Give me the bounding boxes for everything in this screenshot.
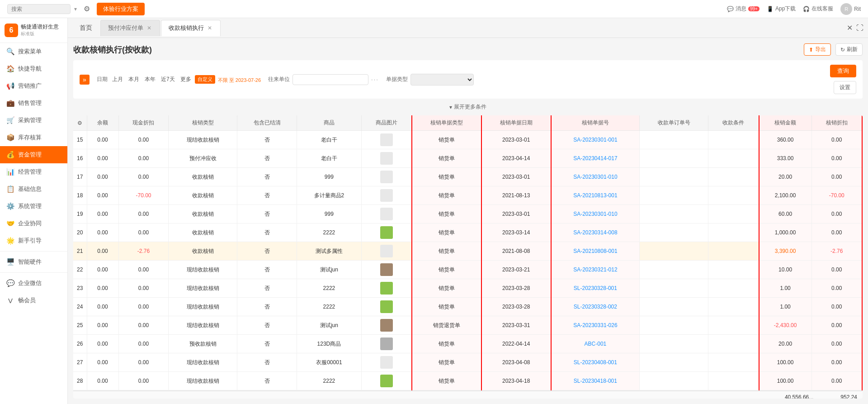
cell-cash-discount: 0.00 [118,298,169,316]
dropdown-chevron[interactable]: ▾ [74,6,77,12]
sidebar-item-system[interactable]: ⚙️系统管理 [0,198,67,215]
user-item[interactable]: R Rit [840,3,861,15]
cell-cash-discount: 0.00 [118,372,169,390]
filter-collapse-button[interactable]: » [80,75,90,85]
bill-no-link[interactable]: SA-20230301-010 [573,174,617,180]
expand-more-button[interactable]: ▾ 展开更多条件 [449,103,486,111]
cell-bill-date: 2021-08-08 [481,242,551,261]
cell-balance: 0.00 [87,298,118,316]
tab-receipt-close[interactable]: ✕ [207,25,213,31]
bill-no-link[interactable]: SL-20230418-001 [574,378,617,384]
cell-discount: 0.00 [811,223,862,242]
cell-condition [708,205,759,223]
cell-product-img [361,335,412,353]
tab-prepay-close[interactable]: ✕ [146,25,152,31]
bill-no-link[interactable]: SA-20230301-001 [573,137,617,143]
gear-icon[interactable]: ⚙ [80,3,93,15]
service-item[interactable]: 🎧 在线客服 [803,5,833,13]
tab-close-all-button[interactable]: ✕ [847,24,853,32]
date-btn-7days[interactable]: 近7天 [159,75,177,84]
sidebar-item-label-corp: 企业协同 [18,219,42,228]
sidebar-item-sales[interactable]: 💼销售管理 [0,95,67,112]
bill-no-link[interactable]: SA-20230301-010 [573,211,617,217]
tab-maximize-button[interactable]: ⛶ [856,24,863,32]
export-button[interactable]: ⬆ 导出 [804,43,831,56]
footer-discount-total: 952.24 [840,394,857,399]
cell-bill-no: SA-20230414-017 [551,149,640,168]
business-icon: 📊 [6,168,14,176]
cell-condition [708,316,759,335]
col-settings[interactable]: ⚙ [73,115,87,131]
bill-no-link[interactable]: SA-20230414-017 [573,155,617,162]
sidebar-item-marketing[interactable]: 📢营销推广 [0,77,67,95]
cell-bill-date: 2023-04-14 [481,149,551,168]
logo-sub: 标准版 [21,31,59,37]
date-btn-this-month[interactable]: 本月 [127,75,141,84]
sidebar-logo: 6 畅捷通谱好生意 标准版 [0,18,67,43]
table-row: 19 0.00 0.00 收款核销 否 999 销货单 2023-03-01 S… [73,205,862,223]
date-btn-this-year[interactable]: 本年 [143,75,157,84]
settings-button[interactable]: 设置 [834,81,856,94]
cell-condition [708,335,759,353]
solution-button[interactable]: 体验行业方案 [97,3,145,15]
bill-no-link[interactable]: ABC-001 [585,341,607,347]
cell-write-off-type: 收款核销 [169,168,237,186]
counterparty-input[interactable] [292,74,368,85]
sidebar-item-wechat[interactable]: 💬企业微信 [0,275,67,292]
bill-no-link[interactable]: SL-20230328-001 [574,285,617,291]
query-button[interactable]: 查询 [830,65,856,77]
table-row: 15 0.00 0.00 现结收款核销 否 老白干 销货单 2023-03-01… [73,131,862,149]
cell-no: 18 [73,186,87,205]
sidebar-item-basic[interactable]: 📋基础信息 [0,181,67,198]
sidebar-item-business[interactable]: 📊经营管理 [0,163,67,181]
sidebar-item-finance[interactable]: 💰资金管理 [0,146,67,163]
sidebar-item-inventory[interactable]: 📦库存核算 [0,129,67,146]
filter-counterparty-group: 往来单位 ··· [268,74,379,85]
cell-bill-no: SL-20230328-002 [551,298,640,316]
date-btn-more[interactable]: 更多 [179,75,193,84]
tab-home[interactable]: 首页 [72,20,99,36]
cell-discount: 0.00 [811,149,862,168]
sidebar-item-guide[interactable]: 🌟新手引导 [0,232,67,249]
table-row: 24 0.00 0.00 现结收款核销 否 2222 销货单 2023-03-2… [73,298,862,316]
data-table: ⚙ 余额 现金折扣 核销类型 包含已结清 商品 商品图片 核销单据类型 核销单据… [73,115,863,390]
cell-product: 衣服00001 [297,353,361,372]
cell-order-no [640,242,708,261]
bill-no-link[interactable]: SL-20230328-002 [574,304,617,310]
cell-discount: -2.76 [811,242,862,261]
sidebar-item-member[interactable]: V畅会员 [0,292,67,309]
bill-no-link[interactable]: SA-20230314-008 [573,229,617,236]
sidebar-item-purchase[interactable]: 🛒采购管理 [0,112,67,129]
cell-discount: 0.00 [811,168,862,186]
date-custom-button[interactable]: 自定义 [195,75,215,84]
bill-no-link[interactable]: SL-20230408-001 [574,359,617,366]
bill-no-link[interactable]: SA-20210813-001 [573,192,617,199]
sidebar-item-search[interactable]: 🔍搜索菜单 [0,43,67,60]
date-btn-last-month[interactable]: 上月 [110,75,125,84]
search-input[interactable] [7,4,71,14]
bill-no-link[interactable]: SA-20230321-012 [573,266,617,273]
bill-no-link[interactable]: SA-20230331-026 [573,322,617,328]
sidebar-item-quick[interactable]: 🏠快捷导航 [0,60,67,77]
bill-no-link[interactable]: SA-20210808-001 [573,248,617,254]
sidebar-item-label-business: 经营管理 [18,168,42,176]
cell-no: 24 [73,298,87,316]
cell-balance: 0.00 [87,335,118,353]
cell-amount: 20.00 [759,335,811,353]
app-download-item[interactable]: 📱 App下载 [767,5,796,13]
sidebar-item-hardware[interactable]: 🖥️智能硬件 [0,253,67,271]
message-item[interactable]: 💬 消息 99+ [727,5,760,13]
tab-prepay[interactable]: 预付冲应付单 ✕ [100,20,160,36]
col-order-no: 收款单订单号 [640,115,708,131]
cell-write-off-type: 现结收款核销 [169,298,237,316]
cell-write-off-type: 收款核销 [169,223,237,242]
voucher-type-select[interactable] [410,74,474,86]
cell-product-img [361,298,412,316]
refresh-button[interactable]: ↻ 刷新 [835,43,863,56]
cell-product-img [361,168,412,186]
tab-receipt[interactable]: 收款核销执行 ✕ [161,20,221,36]
sales-icon: 💼 [6,99,14,107]
cell-bill-date: 2023-03-21 [481,261,551,279]
sidebar-item-corp[interactable]: 🤝企业协同 [0,215,67,232]
cell-balance: 0.00 [87,168,118,186]
